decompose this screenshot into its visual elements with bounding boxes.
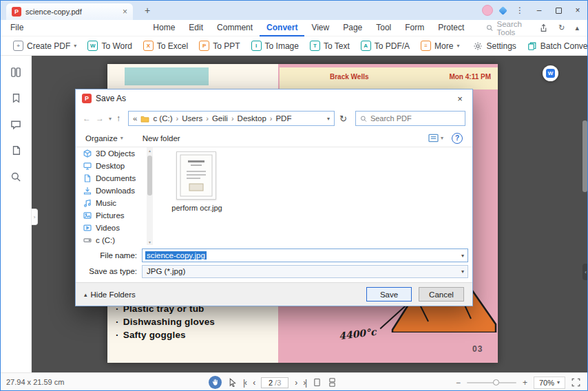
dialog-titlebar[interactable]: P Save As ×: [76, 89, 472, 107]
file-name-value[interactable]: science-copy.jpg: [145, 251, 207, 260]
new-folder-button[interactable]: New folder: [143, 134, 180, 142]
menu-edit[interactable]: Edit: [182, 20, 210, 36]
dialog-close-icon[interactable]: ×: [454, 94, 466, 104]
fit-screen-icon[interactable]: [571, 378, 580, 387]
previous-page-button[interactable]: ‹: [253, 378, 255, 388]
maximize-button[interactable]: [549, 1, 568, 20]
change-view-button[interactable]: ▾: [428, 134, 443, 142]
dialog-search-box[interactable]: [355, 111, 465, 126]
refresh-icon[interactable]: ↻: [339, 114, 347, 124]
menu-view[interactable]: View: [304, 20, 336, 36]
file-name-input[interactable]: science-copy.jpg ▾: [142, 249, 468, 262]
tree-item-documents[interactable]: Documents: [76, 172, 153, 184]
expand-right-panel-handle[interactable]: ‹: [582, 264, 588, 280]
breadcrumb-collapse-icon[interactable]: «: [133, 114, 137, 123]
up-one-level-icon[interactable]: ↑: [116, 114, 120, 123]
zoom-in-button[interactable]: +: [523, 378, 527, 388]
comment-panel-icon[interactable]: [10, 118, 22, 130]
file-thumbnail[interactable]: [176, 151, 216, 200]
scrollbar-thumb[interactable]: [582, 120, 587, 192]
tree-item-pictures[interactable]: Pictures: [76, 209, 153, 222]
menu-form[interactable]: Form: [398, 20, 431, 36]
bookmark-panel-icon[interactable]: [10, 92, 22, 104]
share-icon[interactable]: [539, 23, 548, 32]
hide-folders-button[interactable]: ▴ Hide Folders: [84, 290, 136, 299]
menu-protect[interactable]: Protect: [431, 20, 471, 36]
create-pdf-button[interactable]: + Create PDF ▾: [8, 36, 82, 56]
to-image-button[interactable]: I To Image: [246, 36, 304, 56]
tree-item-desktop[interactable]: Desktop: [76, 160, 153, 172]
tab-close-icon[interactable]: ×: [123, 8, 127, 16]
expand-left-panel-handle[interactable]: ›: [32, 209, 38, 225]
recent-locations-icon[interactable]: ▾: [109, 116, 112, 122]
menu-page[interactable]: Page: [336, 20, 369, 36]
tree-item-c-drive[interactable]: c (C:): [76, 234, 153, 245]
menu-file[interactable]: File: [3, 20, 30, 36]
save-type-select[interactable]: JPG (*.jpg) ▾: [142, 265, 468, 278]
to-pdfa-button[interactable]: A To PDF/A: [355, 36, 415, 56]
collapse-ribbon-icon[interactable]: ▴: [575, 23, 579, 32]
zoom-slider-thumb[interactable]: [493, 379, 499, 385]
to-word-button[interactable]: W To Word: [82, 36, 137, 56]
new-tab-button[interactable]: +: [141, 4, 154, 17]
tree-item-downloads[interactable]: Downloads: [76, 184, 153, 197]
upgrade-gem-icon[interactable]: [498, 6, 507, 15]
breadcrumb-segment[interactable]: Geili: [212, 114, 228, 123]
menu-home[interactable]: Home: [146, 20, 182, 36]
to-ppt-button[interactable]: P To PPT: [193, 36, 245, 56]
menu-convert[interactable]: Convert: [260, 20, 304, 36]
breadcrumb-dropdown-icon[interactable]: ▾: [327, 116, 330, 122]
menu-comment[interactable]: Comment: [210, 20, 260, 36]
sync-icon[interactable]: ↻: [558, 23, 565, 32]
breadcrumb-segment[interactable]: c (C:): [153, 114, 172, 123]
close-window-button[interactable]: ×: [568, 1, 587, 20]
scroll-down-icon[interactable]: ▾: [149, 240, 151, 244]
cancel-button[interactable]: Cancel: [419, 287, 464, 302]
search-input[interactable]: [370, 114, 461, 123]
breadcrumb-segment[interactable]: PDF: [275, 114, 291, 123]
organize-button[interactable]: Organize: [85, 134, 118, 142]
forward-icon[interactable]: →: [96, 114, 104, 123]
page-number-input[interactable]: 2 /3: [261, 377, 288, 388]
vertical-scrollbar[interactable]: [582, 57, 587, 371]
tree-scrollbar-thumb[interactable]: [147, 156, 152, 196]
to-excel-button[interactable]: X To Excel: [138, 36, 193, 56]
search-tools-button[interactable]: Search Tools: [486, 20, 539, 36]
attachment-panel-icon[interactable]: [10, 145, 22, 156]
document-tab[interactable]: P science-copy.pdf ×: [6, 3, 133, 20]
save-button[interactable]: Save: [366, 287, 412, 302]
help-icon[interactable]: ?: [452, 133, 463, 144]
zoom-out-button[interactable]: −: [456, 378, 461, 388]
hand-tool-button[interactable]: [209, 376, 222, 389]
zoom-slider[interactable]: [467, 382, 516, 383]
thumbnail-panel-icon[interactable]: [10, 66, 22, 78]
settings-button[interactable]: Settings: [468, 36, 521, 56]
breadcrumb-segment[interactable]: Desktop: [238, 114, 266, 123]
select-tool-icon[interactable]: [228, 378, 237, 387]
file-name[interactable]: perform ocr.jpg: [156, 204, 238, 212]
search-panel-icon[interactable]: [10, 171, 22, 182]
scroll-up-icon[interactable]: ▴: [149, 148, 151, 153]
to-text-button[interactable]: T To Text: [304, 36, 355, 56]
breadcrumb-segment[interactable]: Users: [182, 114, 202, 123]
tree-item-videos[interactable]: Videos: [76, 222, 153, 234]
tree-scrollbar[interactable]: ▴ ▾: [147, 147, 153, 245]
more-menu-icon[interactable]: ⋮: [514, 6, 525, 15]
tree-item-music[interactable]: Music: [76, 197, 153, 209]
breadcrumb[interactable]: « c (C:) › Users › Geili › Desktop › PDF…: [128, 111, 335, 126]
continuous-view-icon[interactable]: [328, 378, 337, 387]
next-page-button[interactable]: ›: [295, 378, 297, 388]
chevron-down-icon[interactable]: ▾: [461, 253, 464, 259]
batch-convert-button[interactable]: Batch Conve: [522, 36, 588, 56]
tree-item-3d-objects[interactable]: 3D Objects: [76, 147, 153, 160]
last-page-button[interactable]: ›|: [303, 378, 306, 388]
user-avatar[interactable]: [482, 5, 493, 16]
more-button[interactable]: ≡ More ▾: [415, 36, 465, 56]
back-icon[interactable]: ←: [83, 114, 91, 123]
menu-tool[interactable]: Tool: [369, 20, 398, 36]
floating-translate-widget[interactable]: W: [543, 65, 558, 81]
first-page-button[interactable]: |‹: [243, 378, 246, 388]
minimize-button[interactable]: –: [529, 1, 549, 20]
zoom-level-select[interactable]: 70% ▾: [534, 377, 565, 389]
single-page-view-icon[interactable]: [313, 378, 322, 387]
